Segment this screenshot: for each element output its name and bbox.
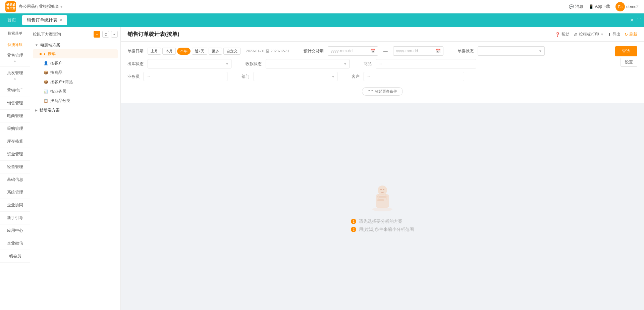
template-print-button[interactable]: 🖨 按模板打印 ▼ bbox=[574, 32, 604, 37]
tree-group-arrow-icon: ▶ bbox=[35, 108, 38, 112]
left-panel-title: 按以下方案查询 bbox=[33, 32, 61, 37]
sidebar-item-inventory[interactable]: 库存核算 bbox=[0, 135, 30, 148]
tree-item-label: 按业务员 bbox=[50, 89, 66, 94]
sidebar-item-label: 经营管理 bbox=[1, 164, 29, 170]
svg-point-4 bbox=[378, 186, 387, 195]
sidebar-item-member[interactable]: 畅会员 bbox=[0, 250, 30, 263]
customer-input-wrap: ··· bbox=[364, 72, 464, 81]
sidebar-item-label: 采购管理 bbox=[1, 126, 29, 132]
mobile-icon: 📱 bbox=[589, 4, 594, 9]
salesperson-more-icon[interactable]: ··· bbox=[147, 74, 150, 79]
sidebar-quick-nav[interactable]: 快捷导航 bbox=[0, 40, 30, 49]
sidebar-item-marketing[interactable]: 营销推广 bbox=[0, 84, 30, 97]
tab-report[interactable]: 销售订单统计表 ✕ bbox=[22, 15, 67, 25]
out-status-select[interactable] bbox=[148, 59, 231, 68]
date-btn-7days[interactable]: 近7天 bbox=[192, 48, 207, 55]
date-btn-more[interactable]: 更多 bbox=[209, 48, 222, 55]
hint-1: 1 请先选择要分析的方案 bbox=[351, 218, 414, 224]
expected-delivery-start-wrap: 📅 bbox=[328, 46, 378, 56]
sidebar-expand-icon: ▲ bbox=[13, 76, 17, 80]
tree-group-pc-header[interactable]: ▼ 电脑端方案 bbox=[33, 41, 118, 49]
out-status-select-wrap: ▼ bbox=[148, 59, 231, 68]
sidebar-item-label: 资金管理 bbox=[1, 151, 29, 157]
tree-item-by-customer[interactable]: 👤 按客户 bbox=[33, 59, 118, 68]
page-title: 销售订单统计表(按单) bbox=[127, 31, 179, 38]
tree-group-arrow-icon: ▼ bbox=[35, 43, 38, 47]
message-btn[interactable]: 💬 消息 bbox=[569, 4, 583, 9]
date-btn-custom[interactable]: 自定义 bbox=[223, 48, 240, 55]
svg-point-6 bbox=[383, 189, 384, 190]
breadcrumb[interactable]: 办公用品行业模拟账套 ▾ bbox=[19, 4, 62, 9]
sidebar-item-retail[interactable]: 零售管理 ▲ bbox=[0, 49, 30, 67]
department-select[interactable] bbox=[254, 72, 337, 81]
status-select-wrap: ▼ bbox=[478, 46, 545, 56]
window-maximize-icon[interactable]: ⛶ bbox=[637, 17, 641, 23]
customer-more-icon[interactable]: ··· bbox=[367, 74, 370, 79]
tree-item-by-order[interactable]: ● 按单 bbox=[33, 49, 118, 58]
sidebar-item-finance[interactable]: 资金管理 bbox=[0, 148, 30, 161]
help-button[interactable]: ❓ 帮助 bbox=[555, 32, 570, 37]
tree-item-by-customer-goods[interactable]: 📦 按客户+商品 bbox=[33, 78, 118, 87]
sidebar-item-system[interactable]: 系统管理 bbox=[0, 186, 30, 199]
tree-group-mobile: ▶ 移动端方案 bbox=[33, 106, 118, 114]
sidebar-item-purchase[interactable]: 采购管理 bbox=[0, 122, 30, 135]
setting-button[interactable]: 设置 bbox=[621, 58, 637, 67]
add-scheme-icon[interactable]: ＋ bbox=[94, 31, 100, 38]
collapse-up-icon: ⌃⌃ bbox=[368, 89, 374, 94]
salesperson-label: 业务员 bbox=[127, 74, 140, 80]
collapse-bar: ⌃⌃ 收起更多条件 bbox=[127, 85, 637, 98]
app-download-btn[interactable]: 📱 App下载 bbox=[589, 4, 610, 9]
right-content: 销售订单统计表(按单) ❓ 帮助 🖨 按模板打印 ▼ ⬇ 导出 bbox=[121, 27, 644, 310]
tab-home[interactable]: 首页 bbox=[3, 15, 21, 25]
query-buttons-area: 查询 设置 bbox=[615, 46, 637, 67]
message-icon: 💬 bbox=[569, 4, 574, 9]
collapse-button[interactable]: ⌃⌃ 收起更多条件 bbox=[362, 87, 403, 96]
tree-item-by-category[interactable]: 📋 按商品分类 bbox=[33, 96, 118, 105]
sidebar-item-sales[interactable]: 销售管理 bbox=[0, 97, 30, 110]
sidebar-item-wholesale[interactable]: 批发管理 ▲ bbox=[0, 67, 30, 84]
edit-scheme-icon[interactable]: ⊙ bbox=[102, 31, 109, 38]
topbar-left: 畅捷通好生意 办公用品行业模拟账套 ▾ bbox=[5, 1, 62, 12]
date-btn-this-year[interactable]: 本年 bbox=[177, 48, 191, 55]
status-select[interactable] bbox=[478, 46, 545, 56]
tree-item-label: 按商品 bbox=[50, 70, 62, 75]
sidebar-item-ecommerce[interactable]: 电商管理 bbox=[0, 110, 30, 122]
goods-more-icon[interactable]: ··· bbox=[379, 61, 382, 66]
user-avatar[interactable]: Ea demo2 bbox=[615, 2, 639, 11]
sidebar-item-app-center[interactable]: 应用中心 bbox=[0, 224, 30, 237]
filter-area: 单据日期 上月 本月 本年 近7天 更多 自定义 2023-01-01 至 20… bbox=[121, 42, 644, 103]
query-button[interactable]: 查询 bbox=[615, 46, 637, 56]
export-button[interactable]: ⬇ 导出 bbox=[608, 32, 621, 37]
date-btn-last-month[interactable]: 上月 bbox=[148, 48, 161, 55]
tree-item-by-goods[interactable]: 📦 按商品 bbox=[33, 68, 118, 77]
tree-group-label: 移动端方案 bbox=[40, 107, 60, 113]
expected-delivery-label: 预计交货期 bbox=[304, 48, 324, 54]
help-icon: ❓ bbox=[555, 32, 560, 37]
window-close-icon[interactable]: ✕ bbox=[630, 17, 634, 23]
sidebar-item-operation[interactable]: 经营管理 bbox=[0, 161, 30, 173]
tree-item-label: 按单 bbox=[48, 51, 56, 57]
tab-home-label: 首页 bbox=[7, 17, 16, 23]
refresh-button[interactable]: ↻ 刷新 bbox=[625, 32, 637, 37]
sidebar-item-label: 企业协同 bbox=[1, 202, 29, 208]
print-dropdown-icon: ▼ bbox=[600, 33, 604, 36]
calendar-start-icon[interactable]: 📅 bbox=[370, 49, 375, 53]
department-select-wrap: ▼ bbox=[254, 72, 337, 81]
payment-status-select[interactable] bbox=[266, 59, 350, 68]
topbar-right: 💬 消息 📱 App下载 Ea demo2 bbox=[569, 2, 639, 11]
sidebar-item-newbie[interactable]: 新手引导 bbox=[0, 212, 30, 224]
collapse-panel-icon[interactable]: « bbox=[111, 31, 118, 38]
sidebar-item-label: 电商管理 bbox=[1, 113, 29, 119]
goods-label: 商品 bbox=[364, 61, 372, 67]
sidebar-item-basic[interactable]: 基础信息 bbox=[0, 173, 30, 186]
sidebar-item-corp[interactable]: 企业协同 bbox=[0, 199, 30, 212]
department-label: 部门 bbox=[241, 74, 250, 80]
tree-group-mobile-header[interactable]: ▶ 移动端方案 bbox=[33, 106, 118, 114]
calendar-end-icon[interactable]: 📅 bbox=[436, 49, 441, 53]
sidebar-item-wechat[interactable]: 企业微信 bbox=[0, 237, 30, 250]
tab-close-icon[interactable]: ✕ bbox=[59, 18, 62, 22]
date-btn-this-month[interactable]: 本月 bbox=[162, 48, 176, 55]
tree-item-by-staff[interactable]: 📊 按业务员 bbox=[33, 87, 118, 96]
sidebar-search-button[interactable]: 搜索菜单 bbox=[3, 30, 27, 37]
print-icon: 🖨 bbox=[574, 32, 578, 37]
